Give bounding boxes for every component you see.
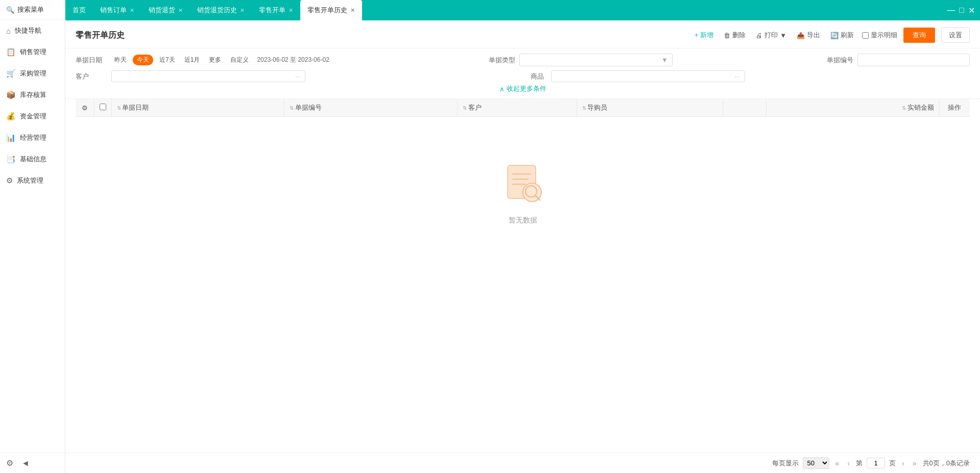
tab-sales-return-history-close[interactable]: ✕ [240, 7, 245, 14]
add-button[interactable]: + 新增 [692, 31, 715, 40]
main: 首页 销售订单 ✕ 销货退货 ✕ 销货退货历史 ✕ 零售开单 ✕ 零售开单历史 … [65, 0, 980, 473]
th-customer[interactable]: ⇅ 客户 [458, 99, 577, 117]
date-btn-more[interactable]: 更多 [206, 55, 224, 65]
filter-row-1: 单据日期 昨天 今天 近7天 近1月 更多 自定义 2023-06-02 至 2… [76, 54, 970, 66]
th-number[interactable]: ⇅ 单据编号 [284, 99, 458, 117]
window-close[interactable]: ✕ [968, 6, 975, 15]
tab-retail-open-history-close[interactable]: ✕ [350, 7, 355, 14]
display-detail-toggle[interactable]: 显示明细 [862, 31, 897, 40]
per-page-label: 每页显示 [772, 459, 799, 468]
empty-icon [497, 158, 548, 209]
print-button[interactable]: 🖨 打印 ▼ [754, 31, 788, 40]
window-minimize[interactable]: — [947, 6, 955, 15]
sidebar-item-quick-nav[interactable]: ⌂ 快捷导航 [0, 20, 65, 41]
sidebar-item-operations[interactable]: 📊 经营管理 [0, 127, 65, 148]
sidebar-item-finance[interactable]: 💰 资金管理 [0, 106, 65, 127]
tab-sales-return[interactable]: 销货退货 ✕ [141, 0, 190, 20]
tab-retail-open[interactable]: 零售开单 ✕ [252, 0, 300, 20]
gear-icon[interactable]: ⚙ [6, 458, 13, 468]
th-customer-label: 客户 [468, 104, 482, 111]
th-spacer [723, 99, 766, 117]
last-page-button[interactable]: » [911, 458, 919, 468]
sidebar-item-label: 经营管理 [20, 133, 46, 142]
customer-dots-icon: ··· [295, 72, 301, 80]
th-number-label: 单据编号 [295, 104, 322, 111]
sidebar-search[interactable]: 🔍 搜索菜单 [0, 0, 65, 20]
bill-number-input[interactable] [857, 54, 970, 66]
sidebar-item-basic-info[interactable]: 📑 基础信息 [0, 148, 65, 170]
sidebar-item-sales-mgmt[interactable]: 📋 销售管理 [0, 41, 65, 63]
inventory-icon: 📦 [6, 90, 16, 99]
collapse-icon[interactable]: ◄ [21, 459, 30, 468]
collapse-up-icon: ∧ [499, 85, 505, 93]
customer-field[interactable]: ··· [111, 70, 305, 82]
display-detail-label: 显示明细 [871, 31, 897, 40]
print-label: 打印 [764, 31, 778, 40]
tab-retail-open-history-label: 零售开单历史 [307, 6, 347, 15]
table-header-row: ⚙ ⇅ 单据日期 ⇅ 单据编号 [76, 99, 970, 117]
delete-button[interactable]: 🗑 删除 [722, 31, 748, 40]
th-guide[interactable]: ⇅ 导购员 [577, 99, 723, 117]
sidebar-item-inventory[interactable]: 📦 库存核算 [0, 84, 65, 106]
first-page-button[interactable]: « [833, 458, 842, 468]
delete-icon: 🗑 [724, 32, 730, 39]
bill-number-label: 单据编号 [827, 56, 857, 65]
tab-sales-order-label: 销售订单 [100, 6, 127, 15]
bill-type-select[interactable]: ▼ [519, 54, 673, 66]
th-actions-label: 操作 [948, 104, 961, 111]
tab-sales-return-close[interactable]: ✕ [178, 7, 183, 14]
select-all-checkbox[interactable] [100, 104, 106, 110]
collapse-button[interactable]: ∧ 收起更多条件 [76, 84, 970, 93]
tab-controls: — □ ✕ [942, 6, 980, 15]
chevron-down-icon: ▼ [661, 56, 668, 64]
query-button[interactable]: 查询 [903, 28, 935, 43]
date-btn-last7[interactable]: 近7天 [156, 55, 178, 65]
th-gear[interactable]: ⚙ [76, 99, 94, 117]
sort-arrows-icon: ⇅ [463, 105, 468, 111]
th-guide-label: 导购员 [587, 104, 607, 111]
date-btn-today[interactable]: 今天 [133, 55, 153, 65]
th-check[interactable] [94, 99, 111, 117]
content-area: 零售开单历史 + 新增 🗑 删除 🖨 打印 ▼ 📤 导出 🔄 [65, 20, 980, 473]
date-btn-custom[interactable]: 自定义 [227, 55, 252, 65]
tab-sales-order-close[interactable]: ✕ [130, 7, 134, 14]
page-number-input[interactable] [867, 458, 885, 468]
sort-arrows-icon: ⇅ [290, 105, 295, 111]
next-page-button[interactable]: › [900, 458, 906, 468]
per-page-select[interactable]: 10 20 50 100 [803, 457, 829, 469]
tab-home[interactable]: 首页 [65, 0, 93, 20]
prev-page-button[interactable]: ‹ [845, 458, 852, 468]
tab-retail-open-close[interactable]: ✕ [289, 7, 293, 14]
filter-row-2: 客户 ··· 商品 ··· [76, 70, 970, 82]
th-amount[interactable]: ⇅ 实销金额 [766, 99, 939, 117]
collapse-label: 收起更多条件 [507, 84, 546, 93]
sidebar-menu: ⌂ 快捷导航 📋 销售管理 🛒 采购管理 📦 库存核算 💰 资金管理 📊 经营管… [0, 20, 65, 453]
customer-label: 客户 [76, 72, 111, 81]
th-date-label: 单据日期 [122, 104, 149, 111]
setting-button[interactable]: 设置 [941, 28, 970, 43]
refresh-button[interactable]: 🔄 刷新 [828, 31, 856, 40]
goods-dots-icon: ··· [735, 72, 740, 80]
goods-field[interactable]: ··· [551, 70, 745, 82]
data-table: ⚙ ⇅ 单据日期 ⇅ 单据编号 [76, 99, 970, 117]
th-date[interactable]: ⇅ 单据日期 [111, 99, 284, 117]
page-summary: 共0页，0条记录 [923, 459, 970, 468]
sidebar-item-label: 销售管理 [20, 47, 46, 57]
date-label: 单据日期 [76, 56, 111, 65]
tab-sales-return-history[interactable]: 销货退货历史 ✕ [190, 0, 252, 20]
export-button[interactable]: 📤 导出 [795, 31, 822, 40]
bill-type-label: 单据类型 [489, 56, 519, 65]
display-detail-checkbox[interactable] [862, 32, 869, 39]
sidebar-item-sys-mgmt[interactable]: ⚙ 系统管理 [0, 170, 65, 191]
page-header: 零售开单历史 + 新增 🗑 删除 🖨 打印 ▼ 📤 导出 🔄 [65, 20, 980, 48]
window-maximize[interactable]: □ [959, 6, 964, 15]
tab-retail-open-history[interactable]: 零售开单历史 ✕ [300, 0, 362, 20]
date-btn-last-month[interactable]: 近1月 [181, 55, 203, 65]
sidebar-item-purchase-mgmt[interactable]: 🛒 采购管理 [0, 63, 65, 84]
page-label-before: 第 [856, 459, 863, 468]
page-title: 零售开单历史 [76, 30, 125, 41]
print-arrow-icon: ▼ [780, 32, 786, 39]
th-actions: 操作 [939, 99, 970, 117]
date-btn-yesterday[interactable]: 昨天 [111, 55, 130, 65]
tab-sales-order[interactable]: 销售订单 ✕ [93, 0, 141, 20]
